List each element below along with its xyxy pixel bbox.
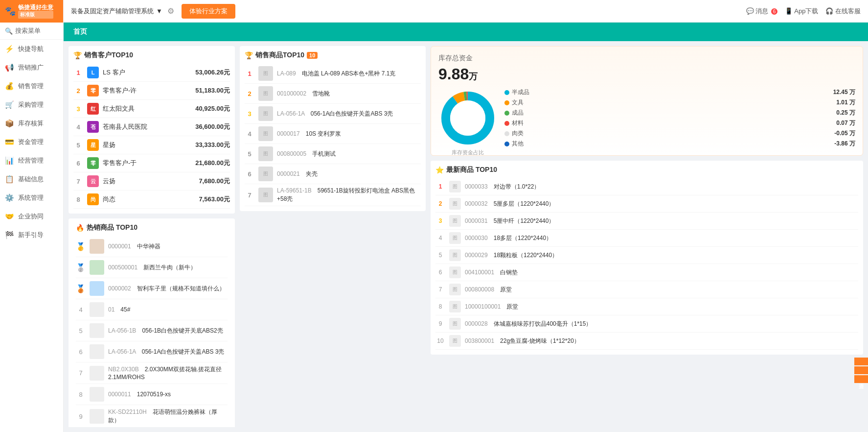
- rank-number: 3: [245, 110, 254, 118]
- list-item: 5 图 0000029 18颗粒板（1220*2440）: [435, 247, 858, 264]
- legend-dot: [504, 142, 509, 146]
- rank-number: 3: [73, 105, 83, 113]
- sidebar-item-operations[interactable]: 📊 经营管理: [0, 151, 63, 170]
- product-info: 0000032 5厘多层（1220*2440）: [465, 200, 858, 208]
- sidebar-item-finance[interactable]: 💳 资金管理: [0, 133, 63, 151]
- product-info: 10000100001 原堂: [465, 303, 858, 311]
- product-image: [90, 260, 104, 275]
- latest-products-list: 1 图 0000033 对边带（1.0*22） 2 图 0000032 5厘多层…: [435, 178, 858, 350]
- page-title: 首页: [73, 27, 87, 36]
- product-image: 图: [258, 188, 273, 202]
- product-image: 图: [449, 266, 461, 278]
- inventory-chart-area: 库存资金占比 半成品 12.45 万 文具: [438, 88, 855, 148]
- list-item: 4 01 45#: [76, 299, 228, 320]
- basic-info-icon: 📋: [5, 175, 14, 184]
- list-item: 2 图 0000032 5厘多层（1220*2440）: [435, 195, 858, 213]
- product-image: [90, 387, 104, 402]
- product-image: 图: [449, 249, 461, 261]
- sidebar-item-marketing[interactable]: 📢 营销推广: [0, 58, 63, 77]
- trophy-icon: 🏆: [73, 51, 82, 59]
- legend-dot: [504, 121, 509, 126]
- product-info: 0000017 10S 变利罗浆: [277, 130, 421, 138]
- trial-btn[interactable]: 体验行业方案: [182, 4, 235, 19]
- rank-number: 9: [76, 413, 86, 420]
- sidebar-item-quick-nav[interactable]: ⚡ 快捷导航: [0, 40, 63, 58]
- sidebar-item-system[interactable]: ⚙️ 系统管理: [0, 189, 63, 207]
- product-info: 0000021 夹壳: [277, 170, 421, 178]
- legend-item: 成品 0.25 万: [504, 109, 855, 117]
- sidebar-item-guide[interactable]: 🏁 新手引导: [0, 226, 63, 244]
- legend-item: 肉类 -0.05 万: [504, 129, 855, 138]
- list-item: 1 图 LA-089 电池盖 LA-089 ABS本色+黑种 7.1克: [245, 64, 421, 84]
- customer-name: LS 客户: [103, 68, 191, 77]
- product-image: 图: [449, 181, 461, 192]
- avatar: 苍: [87, 121, 99, 133]
- search-label: 搜索菜单: [15, 26, 41, 35]
- sales-amount: 51,183.00元: [195, 86, 230, 95]
- list-item: 9 KK-SD22110H 花语萌恒温分娩裤袜（厚款）: [76, 405, 228, 427]
- product-info: NB2.0X30B 2.0X30MM双搓花轴.搓花直径2.1MM/ROHS: [108, 365, 228, 381]
- sidebar-item-basic-info[interactable]: 📋 基础信息: [0, 170, 63, 189]
- top-badge: 10: [307, 52, 318, 59]
- rank-number: 1: [245, 70, 254, 77]
- product-image: 图: [449, 301, 461, 312]
- hot-products-panel: 🔥 热销商品 TOP10 🥇 0000001 中华神器: [69, 218, 235, 427]
- main-area: 装备及固定资产辅助管理系统 ▼ ⚙ 体验行业方案 💬 消息 6 📱 App下载 …: [64, 0, 868, 432]
- inventory-panel: 库存总资金 9.88万: [431, 46, 863, 156]
- live-stream-btn[interactable]: 直播: [854, 375, 868, 383]
- search-menu[interactable]: 🔍 搜索菜单: [0, 23, 63, 40]
- finance-icon: 💳: [5, 138, 14, 146]
- app-name: 畅捷通好生意: [18, 4, 53, 11]
- table-row: 2 零 零售客户-许 51,183.00元: [73, 82, 230, 100]
- settings-icon[interactable]: ⚙: [167, 6, 174, 16]
- product-info: 0000031 5厘中纤（1220*2440）: [465, 217, 858, 225]
- product-image: 图: [258, 146, 273, 161]
- rank-number: 6: [245, 170, 254, 178]
- rank-number: 4: [73, 123, 83, 131]
- page-header: 首页: [64, 23, 868, 41]
- marketing-icon: 📢: [5, 63, 14, 72]
- sidebar-item-label: 资金管理: [18, 138, 44, 146]
- online-service-btn[interactable]: 🎧 在线客服: [825, 7, 861, 16]
- list-item: 5 LA-056-1B 056-1B白色按键开关底ABS2壳: [76, 320, 228, 341]
- customer-service-btn[interactable]: 客服热线: [854, 358, 868, 365]
- service-community-btn[interactable]: 服务社区: [854, 366, 868, 374]
- avatar: 零: [87, 85, 99, 96]
- rank-number: 2: [435, 200, 445, 207]
- sidebar-item-label: 经营管理: [18, 156, 44, 165]
- sidebar-item-label: 库存核算: [18, 119, 44, 128]
- system-title-dropdown[interactable]: 装备及固定资产辅助管理系统 ▼: [71, 7, 162, 16]
- rank-number: 3: [435, 217, 445, 224]
- message-badge: 6: [771, 8, 778, 15]
- product-image: [90, 409, 104, 424]
- app-version: 标准版: [18, 11, 53, 19]
- sidebar-item-sales[interactable]: 💰 销售管理: [0, 77, 63, 96]
- messages-btn[interactable]: 💬 消息 6: [746, 7, 778, 16]
- product-image: 图: [449, 318, 461, 330]
- customer-name: 尚态: [103, 195, 195, 204]
- sidebar-item-inventory[interactable]: 📦 库存核算: [0, 114, 63, 133]
- rank-number: 5: [73, 142, 83, 149]
- rank-number: 7: [435, 286, 445, 293]
- product-info: 0000028 体城嘉核味苏打饮品400毫升（1*15）: [465, 320, 858, 328]
- product-info: 0000011 12070519-xs: [108, 390, 228, 399]
- topbar-right: 💬 消息 6 📱 App下载 🎧 在线客服: [746, 7, 861, 16]
- app-logo: 🐾 畅捷通好生意 标准版: [0, 0, 63, 23]
- list-item: 1 图 0000033 对边带（1.0*22）: [435, 178, 858, 195]
- product-info: 0000030 18多层（1220*2440）: [465, 234, 858, 242]
- legend-item: 半成品 12.45 万: [504, 88, 855, 96]
- sidebar-item-collab[interactable]: 🤝 企业协同: [0, 207, 63, 226]
- product-image: [90, 344, 104, 359]
- rank-number: 5: [435, 252, 445, 259]
- float-buttons: 客服热线 服务社区 直播: [854, 358, 868, 383]
- list-item: 3 图 LA-056-1A 056-1A白色按键开关盖ABS 3壳: [245, 104, 421, 124]
- rank-number: 6: [73, 160, 83, 167]
- product-image: 图: [258, 167, 273, 181]
- rank-number: 2: [73, 87, 83, 95]
- product-info: LA-59651-1B 59651-1B旋转投影灯电池盒 ABS黑色+58壳: [277, 187, 421, 203]
- list-item: 4 图 0000030 18多层（1220*2440）: [435, 230, 858, 247]
- app-download-btn[interactable]: 📱 App下载: [785, 7, 818, 16]
- sidebar-item-purchase[interactable]: 🛒 采购管理: [0, 96, 63, 114]
- sale-goods-title: 🏆 销售商品TOP10 10: [245, 51, 421, 60]
- product-image: [90, 281, 104, 296]
